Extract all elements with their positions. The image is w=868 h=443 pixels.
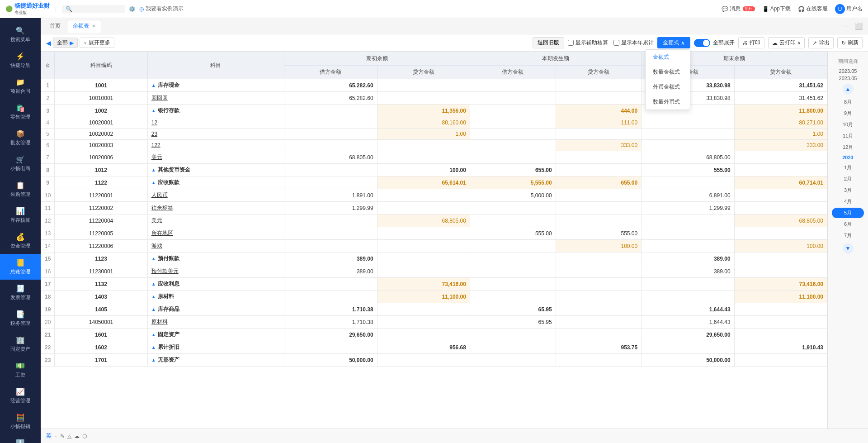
sidebar-item-salary[interactable]: 💵 工资	[0, 357, 41, 383]
cell-name[interactable]: 美元	[147, 151, 284, 164]
export-btn[interactable]: ↗ 导出	[808, 37, 834, 48]
dropdown-item-amount[interactable]: 金额式	[646, 50, 690, 65]
period-down-btn[interactable]: ▼	[843, 243, 854, 254]
month-4[interactable]: 4月	[832, 196, 864, 207]
sidebar-item-finance[interactable]: 💰 资金管理	[0, 228, 41, 254]
expand-arrow[interactable]: ▲	[151, 332, 157, 337]
cell-name[interactable]: ▲ 应收账款	[147, 176, 284, 189]
sidebar-item-inventory[interactable]: 📊 库存核算	[0, 202, 41, 228]
ytd-checkbox-input[interactable]	[613, 40, 619, 46]
sidebar-item-basic[interactable]: ℹ️ 基础信息	[0, 434, 41, 443]
settings-gear-icon[interactable]: ⚙	[45, 62, 51, 69]
sidebar-item-operations[interactable]: 📈 经营管理	[0, 383, 41, 409]
dropdown-item-foreign[interactable]: 外币金额式	[646, 80, 690, 95]
account-link[interactable]: 12	[151, 119, 157, 126]
refresh-btn[interactable]: ↻ 刷新	[837, 37, 863, 48]
account-link[interactable]: 回回回	[151, 95, 168, 101]
month-12[interactable]: 12月	[832, 142, 864, 152]
month-1[interactable]: 1月	[832, 162, 864, 173]
account-link[interactable]: 原材料	[151, 319, 168, 325]
cell-name[interactable]: 预付款美元	[147, 265, 284, 278]
cell-name[interactable]: ▲ 固定资产	[147, 329, 284, 341]
expand-arrow[interactable]: ▲	[151, 83, 157, 88]
print-btn[interactable]: 🖨 打印	[738, 37, 764, 48]
cell-name[interactable]: 往来标签	[147, 202, 284, 214]
cell-name[interactable]: 12	[147, 117, 284, 129]
cell-name[interactable]: ▲ 库存现金	[147, 79, 284, 92]
user-btn[interactable]: U 用户名	[835, 4, 863, 14]
dropdown-item-qty-amount[interactable]: 数量金额式	[646, 65, 690, 80]
expand-arrow[interactable]: ▲	[151, 108, 157, 113]
expand-more-btn[interactable]: ∨ 展开更多	[80, 38, 114, 48]
month-7[interactable]: 7月	[832, 230, 864, 241]
expand-arrow[interactable]: ▲	[151, 167, 157, 172]
cell-name[interactable]: ▲ 原材料	[147, 291, 284, 303]
cell-name[interactable]: 游戏	[147, 240, 284, 252]
account-link[interactable]: 美元	[151, 154, 162, 160]
cell-name[interactable]: 所在地区	[147, 227, 284, 240]
month-2[interactable]: 2月	[832, 174, 864, 184]
settings-icon[interactable]: ⚙️	[129, 6, 136, 12]
cell-name[interactable]: 回回回	[147, 92, 284, 105]
cell-name[interactable]: 人民币	[147, 189, 284, 202]
cell-name[interactable]: ▲ 预付账款	[147, 252, 284, 265]
account-link[interactable]: 所在地区	[151, 230, 173, 236]
sidebar-item-retail[interactable]: 🛍️ 零售管理	[0, 99, 41, 125]
expand-arrow[interactable]: ▲	[151, 180, 157, 185]
expand-arrow[interactable]: ▲	[151, 256, 157, 261]
demo-link[interactable]: ◎ 我要看实例演示	[139, 5, 184, 13]
sidebar-item-quicknav[interactable]: ⚡ 快捷导航	[0, 48, 41, 73]
sidebar-item-invoice[interactable]: 🧾 发票管理	[0, 280, 41, 305]
tab-minimize-btn[interactable]: —	[841, 23, 851, 30]
table-area[interactable]: ⚙ 科目编码 科目 期初余额 本期发生额 期末余额 借方金额 贷方金额 借方金额	[41, 52, 827, 429]
breadcrumb-back-icon[interactable]: ◀	[46, 39, 51, 47]
sidebar-item-wholesale[interactable]: 📦 批发管理	[0, 125, 41, 151]
account-link[interactable]: 往来标签	[151, 205, 173, 211]
bottom-icon-4[interactable]: ⬡	[82, 433, 87, 439]
account-link[interactable]: 美元	[151, 217, 162, 224]
month-3[interactable]: 3月	[832, 185, 864, 195]
sidebar-item-search[interactable]: 🔍 搜索菜单	[0, 22, 41, 48]
cell-name[interactable]: ▲ 库存商品	[147, 303, 284, 316]
month-6[interactable]: 6月	[832, 219, 864, 229]
cell-name[interactable]: 23	[147, 129, 284, 140]
tab-balance[interactable]: 余额表 ✕	[67, 20, 101, 33]
account-link[interactable]: 游戏	[151, 243, 162, 249]
month-10[interactable]: 10月	[832, 119, 864, 130]
show-subsidiary-checkbox[interactable]: 显示辅助核算	[568, 39, 608, 47]
account-link[interactable]: 人民币	[151, 192, 168, 198]
period-up-btn[interactable]: ▲	[843, 84, 854, 95]
sidebar-item-reports[interactable]: 🧮 小畅报销	[0, 409, 41, 434]
month-5[interactable]: 5月	[832, 208, 864, 218]
account-link[interactable]: 预付款美元	[151, 268, 179, 274]
cell-name[interactable]: ▲ 其他货币资金	[147, 164, 284, 176]
tab-maximize-btn[interactable]: ⬜	[853, 23, 864, 30]
expand-arrow[interactable]: ▲	[151, 281, 157, 286]
amount-mode-btn[interactable]: 金额式 ∧	[657, 37, 690, 48]
month-11[interactable]: 11月	[832, 131, 864, 141]
toggle-switch[interactable]	[694, 39, 710, 47]
subsidiary-checkbox-input[interactable]	[568, 40, 574, 46]
cell-name[interactable]: 原材料	[147, 316, 284, 329]
online-service-btn[interactable]: 🎧 在线客服	[798, 5, 828, 13]
show-ytd-checkbox[interactable]: 显示本年累计	[613, 39, 654, 47]
bottom-icon-1[interactable]: ✎	[60, 433, 65, 439]
sidebar-item-ledger[interactable]: 📒 总账管理	[0, 254, 41, 280]
account-link[interactable]: 122	[151, 142, 160, 148]
message-btn[interactable]: 💬 消息 99+	[722, 5, 755, 13]
expand-arrow[interactable]: ▲	[151, 294, 157, 299]
expand-arrow[interactable]: ▲	[151, 307, 157, 312]
back-btn[interactable]: 退回旧版	[533, 37, 564, 48]
expand-all-toggle[interactable]: 全部展开	[694, 39, 735, 47]
dropdown-item-qty-foreign[interactable]: 数量外币式	[646, 95, 690, 110]
expand-arrow[interactable]: ▲	[151, 357, 157, 362]
sidebar-item-project[interactable]: 📁 项目合同	[0, 73, 41, 99]
breadcrumb-arrow-icon[interactable]: ▶	[70, 40, 74, 46]
cell-name[interactable]: 122	[147, 140, 284, 151]
search-bar[interactable]: 🔍	[62, 5, 125, 13]
month-9[interactable]: 9月	[832, 108, 864, 119]
app-download-btn[interactable]: 📱 App下载	[762, 5, 791, 13]
sidebar-item-tax[interactable]: 📑 税务管理	[0, 305, 41, 331]
cell-name[interactable]: 美元	[147, 214, 284, 227]
cell-name[interactable]: ▲ 应收利息	[147, 278, 284, 291]
